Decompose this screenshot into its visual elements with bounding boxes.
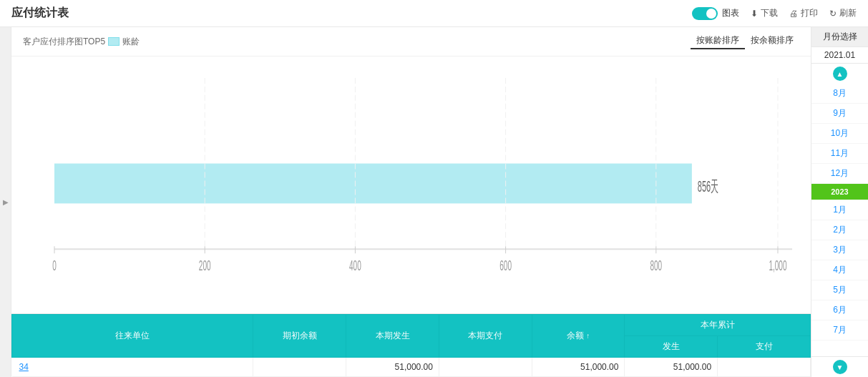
- chart-body: 34 856天 0 200 400 600 800 1,000: [11, 57, 811, 313]
- month-item[interactable]: 4月: [811, 260, 868, 280]
- app-container: 应付统计表 图表 ⬇ 下载 🖨 打印 ↻ 刷新 ▶: [0, 0, 868, 377]
- nav-down-arrow[interactable]: ▼: [833, 360, 847, 374]
- col-opening-header: 期初余额: [253, 315, 346, 358]
- cell-vendor: 34: [12, 358, 253, 377]
- cell-opening: [253, 358, 346, 377]
- svg-text:600: 600: [499, 258, 512, 273]
- col-vendor-header: 往来单位: [12, 315, 253, 358]
- month-item[interactable]: 7月: [811, 320, 868, 341]
- refresh-button[interactable]: ↻ 刷新: [829, 7, 857, 19]
- table-area: 往来单位 期初余额 本期发生 本期支付 余额 ↑ 本年累计 发生: [11, 313, 811, 377]
- download-button[interactable]: ⬇ 下载: [751, 7, 778, 19]
- sidebar-nav-down: ▼: [811, 356, 868, 377]
- svg-text:1,000: 1,000: [769, 258, 786, 273]
- bar-rect: [54, 164, 692, 204]
- col-ytd-occur-header: 发生: [625, 336, 718, 358]
- cell-current-occur: 51,000.00: [346, 358, 439, 377]
- month-item[interactable]: 10月: [811, 124, 868, 144]
- svg-text:800: 800: [650, 258, 662, 273]
- month-item[interactable]: 8月: [811, 84, 868, 104]
- expand-panel-arrow[interactable]: ▶: [0, 27, 11, 377]
- cell-balance: 51,000.00: [532, 358, 625, 377]
- svg-text:200: 200: [199, 258, 211, 273]
- cell-ytd-pay: [718, 358, 811, 377]
- sidebar-months: 8月9月10月11月12月20231月2月3月4月5月6月7月: [811, 84, 868, 356]
- vendor-link[interactable]: 34: [19, 362, 29, 372]
- svg-text:0: 0: [52, 258, 57, 273]
- nav-up-arrow[interactable]: ▲: [833, 67, 847, 81]
- chart-toggle[interactable]: [692, 7, 718, 20]
- col-balance-header: 余额 ↑: [532, 315, 625, 358]
- svg-text:400: 400: [349, 258, 361, 273]
- month-item[interactable]: 2月: [811, 220, 868, 240]
- header-actions: 图表 ⬇ 下载 🖨 打印 ↻ 刷新: [692, 7, 857, 20]
- legend-label: 客户应付排序图TOP5: [23, 36, 105, 48]
- month-item[interactable]: 2023: [811, 184, 868, 200]
- sort-buttons: 按账龄排序 按余额排序: [691, 33, 799, 50]
- print-button[interactable]: 🖨 打印: [789, 7, 818, 19]
- month-item[interactable]: 12月: [811, 164, 868, 184]
- col-ytd-pay-header: 支付: [718, 336, 811, 358]
- month-item[interactable]: 9月: [811, 104, 868, 124]
- legend-item-label: 账龄: [122, 36, 140, 48]
- main-content: ▶ 客户应付排序图TOP5 账龄 按账龄排序 按余额排序 34: [0, 27, 868, 377]
- chart-toggle-group: 图表: [692, 7, 739, 20]
- svg-text:856天: 856天: [698, 177, 718, 195]
- chart-legend: 客户应付排序图TOP5 账龄: [23, 36, 691, 48]
- month-item[interactable]: 3月: [811, 240, 868, 260]
- header: 应付统计表 图表 ⬇ 下载 🖨 打印 ↻ 刷新: [0, 0, 868, 27]
- sidebar-nav-up: ▲: [811, 64, 868, 84]
- sort-by-balance-button[interactable]: 按余额排序: [745, 33, 799, 49]
- sidebar-header: 月份选择: [811, 27, 868, 47]
- month-item[interactable]: 5月: [811, 280, 868, 300]
- chart-header: 客户应付排序图TOP5 账龄 按账龄排序 按余额排序: [11, 27, 811, 57]
- month-item[interactable]: 1月: [811, 200, 868, 220]
- sidebar-year-display[interactable]: 2021.01: [811, 47, 868, 64]
- data-table: 往来单位 期初余额 本期发生 本期支付 余额 ↑ 本年累计 发生: [11, 314, 811, 377]
- col-current-pay-header: 本期支付: [439, 315, 532, 358]
- legend-box: [108, 37, 120, 46]
- refresh-icon: ↻: [829, 9, 837, 19]
- chart-area: 客户应付排序图TOP5 账龄 按账龄排序 按余额排序 34 856天: [11, 27, 811, 377]
- download-icon: ⬇: [751, 9, 758, 19]
- cell-ytd-occur: 51,000.00: [625, 358, 718, 377]
- print-icon: 🖨: [789, 9, 798, 19]
- table-row: 34 51,000.00 51,000.00 51,000.00: [12, 358, 811, 377]
- bar-chart-svg: 34 856天 0 200 400 600 800 1,000: [47, 64, 799, 292]
- month-item[interactable]: 6月: [811, 300, 868, 320]
- month-item[interactable]: 11月: [811, 144, 868, 164]
- col-current-occur-header: 本期发生: [346, 315, 439, 358]
- sort-by-amount-button[interactable]: 按账龄排序: [691, 33, 745, 49]
- balance-sort-icon: ↑: [586, 332, 590, 340]
- sidebar: 月份选择 2021.01 ▲ 8月9月10月11月12月20231月2月3月4月…: [811, 27, 868, 377]
- col-ytd-header: 本年累计: [625, 315, 811, 336]
- cell-current-pay: [439, 358, 532, 377]
- chart-toggle-label: 图表: [722, 7, 739, 19]
- page-title: 应付统计表: [11, 6, 692, 21]
